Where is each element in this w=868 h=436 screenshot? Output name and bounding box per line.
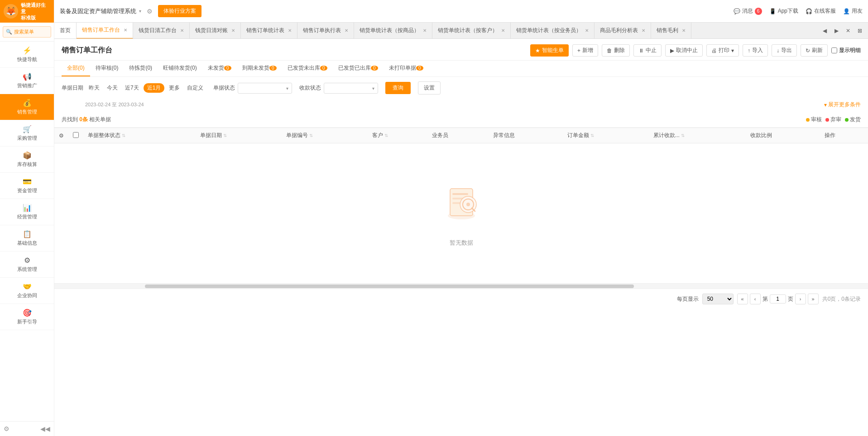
- page-next-button[interactable]: ›: [795, 294, 806, 304]
- audit-action-button[interactable]: 审核: [806, 116, 822, 123]
- cancel-pause-button[interactable]: ▶ 取消中止: [665, 44, 703, 57]
- tab-sales-stats[interactable]: 销售订单统计表 ✕: [241, 23, 297, 39]
- app-download-item[interactable]: 📱 App下载: [769, 7, 798, 15]
- sidebar-item-basic-info[interactable]: 📋 基础信息: [0, 225, 54, 251]
- tab-sales-salesperson[interactable]: 销货单统计表（按业务员） ✕: [511, 23, 595, 39]
- sidebar-item-finance[interactable]: 💳 资金管理: [0, 173, 54, 199]
- sidebar-item-sales[interactable]: 💰 销售管理: [0, 94, 54, 120]
- ship-action-button[interactable]: 发货: [845, 116, 861, 123]
- smart-gen-button[interactable]: ★ 智能生单: [530, 44, 569, 57]
- select-all-checkbox[interactable]: [73, 132, 79, 138]
- sidebar-item-marketing[interactable]: 📢 营销推广: [0, 68, 54, 94]
- expand-conditions-button[interactable]: ▾ 展开更多条件: [824, 101, 861, 109]
- refresh-button[interactable]: ↻ 刷新: [801, 44, 828, 57]
- tab-close-icon[interactable]: ✕: [501, 28, 505, 33]
- delete-button[interactable]: 🗑 删除: [602, 44, 630, 57]
- print-button[interactable]: 🖨 打印 ▾: [706, 44, 739, 57]
- tab-close-icon[interactable]: ✕: [345, 28, 348, 33]
- filter-bar: 单据日期 昨天 今天 近7天 近1月 更多 自定义 单据状态: [54, 77, 868, 99]
- tab-sales-product[interactable]: 销货单统计表（按商品） ✕: [354, 23, 432, 39]
- table-header-status[interactable]: 单据整体状态: [83, 128, 196, 143]
- tab-sales-exec[interactable]: 销售订单执行表 ✕: [297, 23, 354, 39]
- table-header-date[interactable]: 单据日期: [196, 128, 282, 143]
- industry-solution-button[interactable]: 体验行业方案: [158, 5, 201, 17]
- sub-tab-not-shipped[interactable]: 未发货0: [202, 61, 237, 76]
- page-prev-button[interactable]: ‹: [750, 294, 761, 304]
- sidebar-item-quick-nav[interactable]: ⚡ 快捷导航: [0, 42, 54, 68]
- sidebar-item-system[interactable]: ⚙ 系统管理: [0, 251, 54, 278]
- table-header-settings[interactable]: ⚙: [54, 128, 68, 143]
- show-detail-label[interactable]: 显示明细: [831, 47, 861, 54]
- sidebar-item-inventory[interactable]: 📦 库存核算: [0, 147, 54, 173]
- sub-tab-shipped-out[interactable]: 已发货已出库0: [333, 61, 384, 76]
- tab-close-all-button[interactable]: ⊠: [854, 25, 865, 36]
- search-menu-button[interactable]: 🔍 搜索菜单: [3, 26, 51, 38]
- tab-home[interactable]: 首页: [54, 23, 77, 39]
- add-button[interactable]: + 新增: [572, 44, 598, 57]
- sidebar-item-guide[interactable]: 🎯 新手引导: [0, 304, 54, 330]
- tab-scroll-left-button[interactable]: ◀: [819, 25, 830, 36]
- tab-cash-reconciliation[interactable]: 钱货日清对账 ✕: [190, 23, 241, 39]
- table-header-customer[interactable]: 客户: [368, 128, 427, 143]
- tab-close-icon[interactable]: ✕: [288, 28, 292, 33]
- date-1month-btn[interactable]: 近1月: [144, 83, 165, 93]
- tab-close-icon[interactable]: ✕: [585, 28, 589, 33]
- sidebar-item-management[interactable]: 📊 经营管理: [0, 199, 54, 225]
- quick-nav-icon: ⚡: [23, 46, 32, 55]
- tab-close-icon[interactable]: ✕: [180, 28, 184, 33]
- sub-tab-not-printed[interactable]: 未打印单据0: [384, 61, 429, 76]
- tab-cash-daily-workbench[interactable]: 钱货日清工作台 ✕: [133, 23, 190, 39]
- tab-sales-order-workbench[interactable]: 销售订单工作台 ✕: [77, 23, 133, 39]
- status-select[interactable]: [238, 83, 292, 94]
- export-button[interactable]: ↓ 导出: [772, 44, 797, 57]
- sub-tab-shipped-not-out[interactable]: 已发货未出库0: [282, 61, 333, 76]
- date-yesterday-btn[interactable]: 昨天: [86, 83, 102, 93]
- tab-close-icon[interactable]: ✕: [682, 28, 686, 33]
- page-last-button[interactable]: »: [808, 294, 819, 304]
- tab-margin-analysis[interactable]: 商品毛利分析表 ✕: [595, 23, 651, 39]
- tab-sales-customer[interactable]: 销货单统计表（按客户） ✕: [432, 23, 511, 39]
- import-button[interactable]: ↑ 导入: [743, 44, 768, 57]
- table-header-action: 操作: [820, 128, 868, 143]
- sub-tab-overdue-ship[interactable]: 到期未发货0: [237, 61, 282, 76]
- table-header-number[interactable]: 单据编号: [282, 128, 368, 143]
- cancel-audit-action-button[interactable]: 弃审: [825, 116, 841, 123]
- horizontal-scrollbar[interactable]: [54, 283, 868, 289]
- sub-tab-all[interactable]: 全部(0): [62, 61, 90, 76]
- tab-close-icon[interactable]: ✕: [124, 28, 127, 33]
- tab-close-icon[interactable]: ✕: [231, 28, 235, 33]
- user-item[interactable]: 👤 用友: [843, 7, 863, 15]
- page-number-input[interactable]: [770, 294, 786, 303]
- date-custom-btn[interactable]: 自定义: [184, 83, 206, 93]
- per-page-select[interactable]: 50 100 200: [702, 294, 734, 304]
- sidebar-item-collaboration[interactable]: 🤝 企业协同: [0, 278, 54, 304]
- table-header-checkbox[interactable]: [68, 128, 83, 143]
- tab-sales-margin[interactable]: 销售毛利 ✕: [651, 23, 691, 39]
- scrollbar-thumb[interactable]: [145, 284, 634, 288]
- notification-item[interactable]: 💬 消息 6: [734, 7, 762, 15]
- query-button[interactable]: 查询: [385, 82, 411, 94]
- date-more-btn[interactable]: 更多: [166, 83, 182, 93]
- sub-tab-shop-ship[interactable]: 旺铺待发货(0): [158, 61, 202, 76]
- management-icon: 📊: [23, 204, 32, 212]
- date-7days-btn[interactable]: 近7天: [122, 83, 142, 93]
- online-service-item[interactable]: 🎧 在线客服: [806, 7, 836, 15]
- sub-tab-pending-audit[interactable]: 待审核(0): [90, 61, 124, 76]
- collapse-icon[interactable]: ◀◀: [40, 425, 50, 432]
- filter-settings-button[interactable]: 设置: [418, 81, 441, 95]
- table-header-amount[interactable]: 订单金额: [563, 128, 649, 143]
- pause-button[interactable]: ⏸ 中止: [633, 44, 662, 57]
- sidebar-item-purchase[interactable]: 🛒 采购管理: [0, 120, 54, 147]
- tab-close-current-button[interactable]: ✕: [843, 25, 854, 36]
- settings-bottom-icon[interactable]: ⚙: [4, 425, 10, 432]
- show-detail-checkbox[interactable]: [831, 47, 837, 53]
- page-first-button[interactable]: «: [737, 294, 748, 304]
- date-today-btn[interactable]: 今天: [104, 83, 120, 93]
- payment-select[interactable]: [324, 83, 378, 94]
- tab-close-icon[interactable]: ✕: [423, 28, 427, 33]
- tab-scroll-right-button[interactable]: ▶: [831, 25, 842, 36]
- table-header-collected[interactable]: 累计收款...: [649, 128, 746, 143]
- gear-icon[interactable]: ⚙: [147, 8, 153, 15]
- tab-close-icon[interactable]: ✕: [642, 28, 645, 33]
- sub-tab-pending-pick[interactable]: 待拣货(0): [124, 61, 158, 76]
